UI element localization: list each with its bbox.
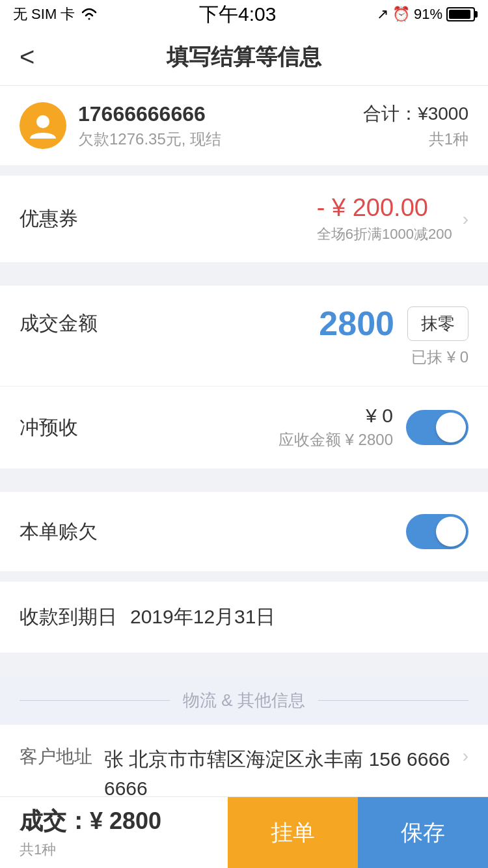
bottom-summary-amount: ¥ 2800 bbox=[90, 807, 161, 834]
sim-label: 无 SIM 卡 bbox=[13, 5, 75, 24]
logistics-divider: 物流 & 其他信息 bbox=[0, 676, 488, 725]
address-label: 客户地址 bbox=[20, 744, 104, 769]
coupon-right: - ¥ 200.00 全场6折满1000减200 › bbox=[317, 194, 468, 244]
status-left: 无 SIM 卡 bbox=[13, 5, 98, 24]
logistics-label: 物流 & 其他信息 bbox=[183, 689, 305, 712]
item-count: 共1种 bbox=[363, 129, 468, 150]
avatar-icon bbox=[27, 110, 59, 141]
bottom-summary-label: 成交： bbox=[20, 807, 90, 834]
coupon-discount: - ¥ 200.00 bbox=[317, 194, 452, 222]
battery-percent: 91% bbox=[414, 6, 442, 23]
duedate-label: 收款到期日 bbox=[20, 604, 117, 631]
amount-value: 2800 bbox=[319, 304, 394, 343]
customer-phone: 17666666666 bbox=[78, 102, 221, 126]
debt-toggle[interactable] bbox=[406, 514, 468, 549]
avatar bbox=[20, 102, 66, 149]
amount-label: 成交金额 bbox=[20, 310, 98, 337]
amount-row: 成交金额 2800 抹零 bbox=[20, 304, 468, 343]
location-icon: ↗ bbox=[377, 6, 388, 23]
status-right: ↗ ⏰ 91% bbox=[377, 6, 475, 23]
debt-toggle-knob bbox=[436, 517, 466, 547]
toggle-knob bbox=[436, 413, 466, 442]
coupon-row[interactable]: 优惠券 - ¥ 200.00 全场6折满1000减200 › bbox=[0, 176, 488, 262]
customer-info: 17666666666 欠款1276.35元, 现结 bbox=[78, 102, 221, 150]
customer-left: 17666666666 欠款1276.35元, 现结 bbox=[20, 102, 221, 150]
address-chevron-icon: › bbox=[463, 746, 468, 766]
hang-button[interactable]: 挂单 bbox=[228, 797, 358, 868]
prepay-amount: ¥ 0 bbox=[278, 405, 393, 427]
address-value: 张 北京市市辖区海淀区永丰南 156 6666 6666 bbox=[104, 744, 456, 803]
prepay-toggle[interactable] bbox=[406, 410, 468, 445]
status-bar: 无 SIM 卡 下午4:03 ↗ ⏰ 91% bbox=[0, 0, 488, 29]
duedate-value: 2019年12月31日 bbox=[130, 604, 275, 631]
divider-line-right bbox=[318, 700, 468, 701]
bottom-count: 共1种 bbox=[20, 840, 208, 860]
prepay-values: ¥ 0 应收金额 ¥ 2800 bbox=[278, 405, 393, 450]
alarm-icon: ⏰ bbox=[392, 6, 410, 23]
amount-right: 2800 抹零 bbox=[319, 304, 468, 343]
divider-line-left bbox=[20, 700, 170, 701]
prepay-sub: 应收金额 ¥ 2800 bbox=[278, 429, 393, 450]
round-button[interactable]: 抹零 bbox=[407, 306, 468, 341]
amount-sub: 已抹 ¥ 0 bbox=[20, 347, 468, 368]
bottom-bar: 成交：¥ 2800 共1种 挂单 保存 bbox=[0, 796, 488, 868]
save-button[interactable]: 保存 bbox=[358, 797, 488, 868]
customer-right: 合计：¥3000 共1种 bbox=[363, 102, 468, 150]
coupon-desc: 全场6折满1000减200 bbox=[317, 224, 452, 244]
amount-section: 成交金额 2800 抹零 已抹 ¥ 0 bbox=[0, 286, 488, 386]
bottom-total: 成交：¥ 2800 bbox=[20, 806, 208, 837]
status-time: 下午4:03 bbox=[199, 1, 276, 28]
coupon-label: 优惠券 bbox=[20, 206, 78, 232]
total-amount: 合计：¥3000 bbox=[363, 102, 468, 126]
prepay-label: 冲预收 bbox=[20, 414, 78, 441]
nav-bar: < 填写结算等信息 bbox=[0, 29, 488, 86]
section-separator-2 bbox=[0, 479, 488, 492]
customer-sub: 欠款1276.35元, 现结 bbox=[78, 129, 221, 150]
debt-row: 本单赊欠 bbox=[0, 492, 488, 571]
svg-point-0 bbox=[36, 115, 49, 128]
chevron-right-icon: › bbox=[463, 209, 468, 230]
prepay-right: ¥ 0 应收金额 ¥ 2800 bbox=[278, 405, 468, 450]
prepay-row: 冲预收 ¥ 0 应收金额 ¥ 2800 bbox=[0, 386, 488, 468]
page-title: 填写结算等信息 bbox=[167, 42, 321, 72]
section-separator-1 bbox=[0, 273, 488, 286]
debt-label: 本单赊欠 bbox=[20, 519, 98, 545]
customer-row: 17666666666 欠款1276.35元, 现结 合计：¥3000 共1种 bbox=[0, 86, 488, 165]
back-button[interactable]: < bbox=[20, 42, 34, 72]
coupon-info: - ¥ 200.00 全场6折满1000减200 bbox=[317, 194, 452, 244]
battery-icon bbox=[446, 7, 475, 21]
section-separator-3 bbox=[0, 663, 488, 676]
duedate-row: 收款到期日 2019年12月31日 bbox=[0, 582, 488, 653]
wifi-icon bbox=[80, 7, 98, 21]
content-area: 17666666666 欠款1276.35元, 现结 合计：¥3000 共1种 … bbox=[0, 86, 488, 868]
bottom-info: 成交：¥ 2800 共1种 bbox=[0, 797, 228, 868]
